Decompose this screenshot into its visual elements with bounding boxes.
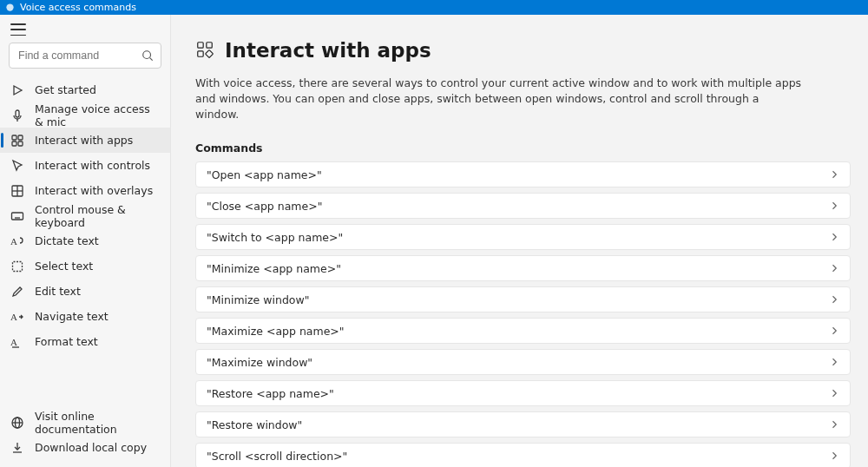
svg-line-2 xyxy=(150,58,153,61)
command-item[interactable]: "Maximize <app name>" xyxy=(195,318,851,344)
sidebar-item-label: Edit text xyxy=(35,285,81,298)
chevron-right-icon xyxy=(829,232,839,242)
sidebar-item-label: Format text xyxy=(35,335,98,348)
command-text: "Scroll <scroll direction>" xyxy=(207,450,347,463)
navigate-icon xyxy=(10,310,24,324)
command-text: "Restore window" xyxy=(207,418,302,431)
svg-rect-5 xyxy=(198,50,203,56)
sidebar: Get startedManage voice access & micInte… xyxy=(0,15,171,467)
sidebar-item-dictate-text[interactable]: Dictate text xyxy=(0,228,170,253)
sidebar-item-get-started[interactable]: Get started xyxy=(0,77,170,102)
sidebar-item-label: Dictate text xyxy=(35,234,99,247)
command-text: "Open <app name>" xyxy=(207,168,322,181)
chevron-right-icon xyxy=(829,294,839,305)
command-item[interactable]: "Minimize <app name>" xyxy=(195,255,851,281)
page-title: Interact with apps xyxy=(225,39,431,62)
sidebar-item-interact-with-apps[interactable]: Interact with apps xyxy=(0,128,170,153)
page-description: With voice access, there are several way… xyxy=(195,76,803,122)
sidebar-item-label: Download local copy xyxy=(35,441,147,454)
chevron-right-icon xyxy=(829,357,839,367)
command-item[interactable]: "Maximize window" xyxy=(195,349,851,375)
sidebar-item-download-copy[interactable]: Download local copy xyxy=(0,435,170,460)
commands-section-label: Commands xyxy=(195,141,852,155)
command-text: "Minimize <app name>" xyxy=(207,262,341,275)
apps-icon xyxy=(10,134,24,148)
app-icon xyxy=(5,3,15,12)
command-text: "Restore <app name>" xyxy=(207,387,334,400)
command-text: "Maximize <app name>" xyxy=(207,325,345,338)
sidebar-item-label: Visit online documentation xyxy=(35,410,160,436)
sidebar-item-label: Navigate text xyxy=(35,310,108,323)
main-content: Interact with apps With voice access, th… xyxy=(171,15,868,467)
search-field[interactable] xyxy=(9,43,161,69)
command-item[interactable]: "Restore window" xyxy=(195,411,851,437)
command-item[interactable]: "Switch to <app name>" xyxy=(195,224,851,250)
sidebar-item-navigate-text[interactable]: Navigate text xyxy=(0,304,170,329)
chevron-right-icon xyxy=(829,326,839,336)
svg-rect-4 xyxy=(207,42,212,47)
edit-icon xyxy=(10,285,24,299)
sidebar-item-format-text[interactable]: Format text xyxy=(0,329,170,354)
keyboard-icon xyxy=(10,209,24,223)
svg-rect-6 xyxy=(206,49,214,57)
sidebar-item-control-mouse-keyboard[interactable]: Control mouse & keyboard xyxy=(0,203,170,228)
chevron-right-icon xyxy=(829,388,839,398)
chevron-right-icon xyxy=(829,419,839,430)
svg-rect-3 xyxy=(198,42,203,47)
mic-icon xyxy=(10,109,24,122)
window-title: Voice access commands xyxy=(20,2,136,13)
chevron-right-icon xyxy=(829,169,839,180)
command-text: "Minimize window" xyxy=(207,293,309,306)
sidebar-item-label: Interact with controls xyxy=(35,159,150,172)
command-item[interactable]: "Restore <app name>" xyxy=(195,380,851,406)
sidebar-item-label: Select text xyxy=(35,260,93,273)
sidebar-item-manage-voice-mic[interactable]: Manage voice access & mic xyxy=(0,102,170,128)
globe-icon xyxy=(10,416,24,430)
sidebar-item-interact-with-overlays[interactable]: Interact with overlays xyxy=(0,178,170,203)
command-item[interactable]: "Scroll <scroll direction>" xyxy=(195,443,851,467)
page-header: Interact with apps xyxy=(195,39,852,62)
window-titlebar: Voice access commands xyxy=(0,0,868,15)
format-icon xyxy=(10,335,24,349)
nav-list: Get startedManage voice access & micInte… xyxy=(0,77,170,406)
command-text: "Switch to <app name>" xyxy=(207,231,343,244)
dictate-icon xyxy=(10,234,24,248)
sidebar-item-label: Interact with apps xyxy=(35,134,133,147)
command-item[interactable]: "Minimize window" xyxy=(195,286,851,312)
commands-list: "Open <app name>""Close <app name>""Swit… xyxy=(195,161,852,467)
grid-icon xyxy=(10,184,24,198)
download-icon xyxy=(10,441,24,455)
sidebar-item-edit-text[interactable]: Edit text xyxy=(0,279,170,304)
play-icon xyxy=(10,83,24,97)
sidebar-item-visit-docs[interactable]: Visit online documentation xyxy=(0,410,170,435)
command-item[interactable]: "Close <app name>" xyxy=(195,193,851,219)
chevron-right-icon xyxy=(829,451,839,461)
hamburger-menu-button[interactable] xyxy=(10,23,26,36)
command-text: "Maximize window" xyxy=(207,356,312,369)
cursor-icon xyxy=(10,159,24,173)
chevron-right-icon xyxy=(829,201,839,211)
command-item[interactable]: "Open <app name>" xyxy=(195,161,851,187)
sidebar-item-select-text[interactable]: Select text xyxy=(0,253,170,279)
sidebar-item-interact-with-controls[interactable]: Interact with controls xyxy=(0,153,170,178)
svg-point-1 xyxy=(143,51,151,59)
sidebar-footer: Visit online documentationDownload local… xyxy=(0,406,170,467)
search-icon xyxy=(141,49,154,62)
apps-icon xyxy=(195,40,214,62)
chevron-right-icon xyxy=(829,263,839,273)
sidebar-item-label: Interact with overlays xyxy=(35,184,153,197)
sidebar-item-label: Control mouse & keyboard xyxy=(35,203,160,229)
svg-point-0 xyxy=(6,3,13,10)
sidebar-item-label: Get started xyxy=(35,83,96,96)
sidebar-item-label: Manage voice access & mic xyxy=(35,102,160,128)
select-icon xyxy=(10,260,24,273)
command-text: "Close <app name>" xyxy=(207,200,322,213)
